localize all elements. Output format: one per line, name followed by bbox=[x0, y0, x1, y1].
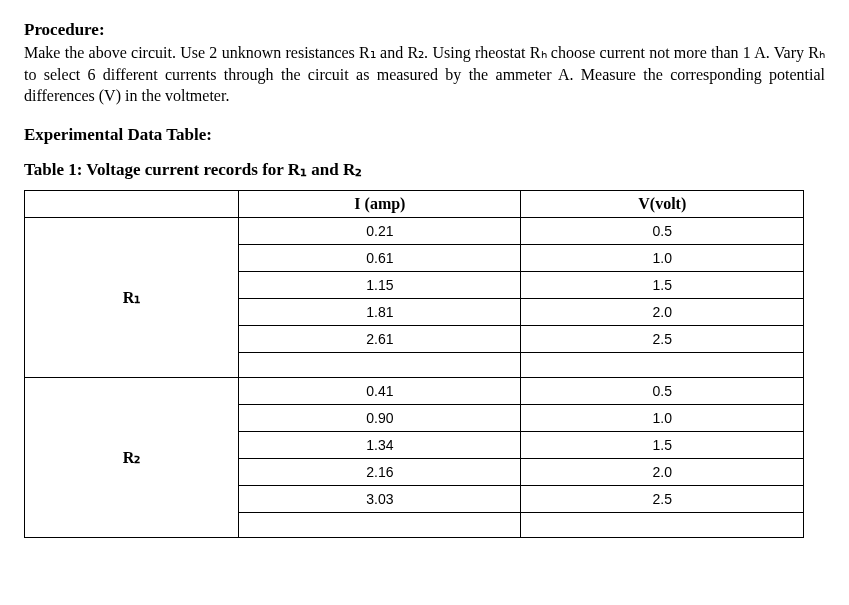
table-row: R₁ 0.21 0.5 bbox=[25, 217, 804, 244]
header-voltage: V(volt) bbox=[521, 190, 804, 217]
cell-v: 0.5 bbox=[521, 377, 804, 404]
header-blank bbox=[25, 190, 239, 217]
data-table: I (amp) V(volt) R₁ 0.21 0.5 0.61 1.0 1.1… bbox=[24, 190, 804, 538]
cell-v: 1.5 bbox=[521, 431, 804, 458]
cell-i: 1.15 bbox=[239, 271, 521, 298]
cell-v: 2.5 bbox=[521, 485, 804, 512]
cell-v bbox=[521, 512, 804, 537]
cell-v: 2.0 bbox=[521, 458, 804, 485]
data-section-title: Experimental Data Table: bbox=[24, 125, 825, 145]
cell-v: 1.0 bbox=[521, 244, 804, 271]
cell-v: 1.0 bbox=[521, 404, 804, 431]
cell-v bbox=[521, 352, 804, 377]
cell-i: 3.03 bbox=[239, 485, 521, 512]
cell-i bbox=[239, 512, 521, 537]
cell-i: 2.61 bbox=[239, 325, 521, 352]
cell-v: 0.5 bbox=[521, 217, 804, 244]
header-current: I (amp) bbox=[239, 190, 521, 217]
cell-v: 2.5 bbox=[521, 325, 804, 352]
cell-i: 1.81 bbox=[239, 298, 521, 325]
cell-i: 0.21 bbox=[239, 217, 521, 244]
cell-i: 2.16 bbox=[239, 458, 521, 485]
cell-i: 0.90 bbox=[239, 404, 521, 431]
group-label-r2: R₂ bbox=[25, 377, 239, 537]
cell-i bbox=[239, 352, 521, 377]
table-title: Table 1: Voltage current records for R₁ … bbox=[24, 159, 825, 180]
group-label-r1: R₁ bbox=[25, 217, 239, 377]
cell-i: 0.61 bbox=[239, 244, 521, 271]
procedure-heading: Procedure: bbox=[24, 20, 825, 40]
table-header-row: I (amp) V(volt) bbox=[25, 190, 804, 217]
cell-v: 2.0 bbox=[521, 298, 804, 325]
procedure-text: Make the above circuit. Use 2 unknown re… bbox=[24, 42, 825, 107]
cell-i: 0.41 bbox=[239, 377, 521, 404]
table-row: R₂ 0.41 0.5 bbox=[25, 377, 804, 404]
cell-v: 1.5 bbox=[521, 271, 804, 298]
cell-i: 1.34 bbox=[239, 431, 521, 458]
